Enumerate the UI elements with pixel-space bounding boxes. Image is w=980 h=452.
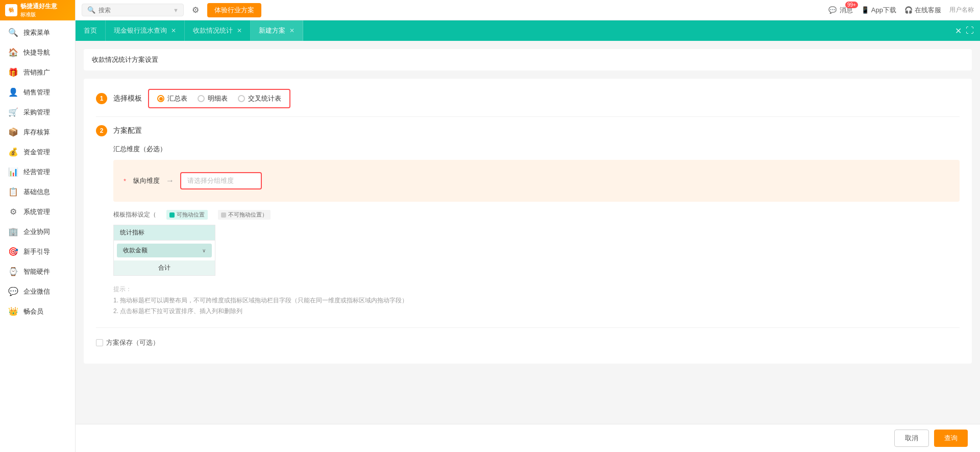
topbar: 🔍 ▼ ⚙ 体验行业方案 💬 消息 99+ 📱 App下载 🎧 在线客服 用户名…	[76, 0, 980, 20]
sidebar-item-label: 销售管理	[23, 88, 50, 97]
sidebar-item-label: 企业微信	[23, 287, 50, 296]
query-button[interactable]: 查询	[934, 430, 968, 447]
tab-receipt-stats[interactable]: 收款情况统计 ✕	[185, 20, 251, 41]
radio-summary-label: 汇总表	[167, 94, 187, 103]
radio-summary-circle	[157, 95, 164, 102]
main-content: 收款情况统计方案设置 1 选择模板 汇总表 明细表	[76, 41, 980, 452]
sidebar-item-label: 库存核算	[23, 128, 50, 137]
stats-header: 统计指标	[114, 225, 215, 241]
sidebar-item-label: 搜索菜单	[23, 28, 50, 37]
download-item[interactable]: 📱 App下载	[861, 6, 896, 15]
stats-section-label: 统计指标	[120, 228, 144, 237]
sidebar-item-newbie[interactable]: 🎯 新手引导	[0, 242, 75, 261]
sidebar-item-label: 营销推广	[23, 68, 50, 77]
download-icon: 📱	[861, 6, 869, 14]
sortable-tag: 可拖动位置	[166, 210, 208, 220]
sidebar-item-finance[interactable]: 💰 资金管理	[0, 142, 75, 162]
tab-close-icon[interactable]: ✕	[171, 27, 176, 34]
user-icon: 👤	[8, 87, 18, 97]
sidebar-item-wechat[interactable]: 💬 企业微信	[0, 281, 75, 301]
dim-selector[interactable]: 请选择分组维度	[180, 172, 262, 189]
notsortable-dot	[221, 212, 226, 218]
stats-table: 统计指标 收款金额 ∨ 合计	[113, 225, 215, 276]
notsortable-tag: 不可拖动位置）	[218, 210, 271, 220]
cart-icon: 🛒	[8, 107, 18, 117]
step2-number: 2	[96, 125, 107, 136]
page-header: 收款情况统计方案设置	[84, 49, 972, 70]
sidebar-item-inventory[interactable]: 📦 库存核算	[0, 122, 75, 142]
sidebar-item-sales[interactable]: 👤 销售管理	[0, 82, 75, 102]
template-options-box: 汇总表 明细表 交叉统计表	[148, 89, 290, 108]
app-logo: 畅	[5, 4, 17, 16]
radio-detail[interactable]: 明细表	[198, 94, 228, 103]
save-option-label: 方案保存（可选）	[106, 338, 159, 347]
chat-icon: 💬	[8, 287, 18, 296]
sidebar-item-operation[interactable]: 📊 经营管理	[0, 162, 75, 182]
divider2	[96, 327, 960, 328]
tab-close-icon[interactable]: ✕	[289, 27, 295, 34]
sidebar-item-search[interactable]: 🔍 搜索菜单	[0, 22, 75, 42]
sidebar-item-marketing[interactable]: 🎁 营销推广	[0, 62, 75, 82]
message-count: 99+	[845, 2, 858, 8]
search-input[interactable]	[99, 7, 170, 14]
sidebar-item-system[interactable]: ⚙ 系统管理	[0, 202, 75, 222]
dropdown-icon[interactable]: ∨	[202, 248, 206, 253]
sidebar-item-label: 资金管理	[23, 148, 50, 157]
sidebar-item-member[interactable]: 👑 畅会员	[0, 301, 75, 321]
radio-detail-circle	[198, 95, 205, 102]
indicator-header: 模板指标设定（ 可拖动位置 不可拖动位置）	[113, 210, 960, 220]
chart-icon: 📊	[8, 167, 18, 177]
sidebar-item-enterprise-coop[interactable]: 🏢 企业协同	[0, 222, 75, 242]
dim-placeholder: 请选择分组维度	[187, 177, 234, 184]
download-label: App下载	[871, 6, 896, 15]
service-label: 在线客服	[915, 6, 941, 15]
tab-close-icon[interactable]: ✕	[237, 27, 242, 34]
message-badge[interactable]: 💬 消息 99+	[828, 6, 853, 15]
service-icon: 🎧	[904, 6, 913, 14]
tab-home[interactable]: 首页	[76, 20, 106, 41]
step1-row: 1 选择模板 汇总表 明细表 交叉统计表	[96, 89, 960, 108]
sidebar-item-basic-info[interactable]: 📋 基础信息	[0, 182, 75, 202]
tab-new-plan[interactable]: 新建方案 ✕	[251, 20, 303, 41]
stats-item[interactable]: 收款金额 ∨	[117, 244, 212, 257]
radio-detail-label: 明细表	[208, 94, 228, 103]
search-box[interactable]: 🔍 ▼	[82, 4, 184, 16]
radio-summary[interactable]: 汇总表	[157, 94, 187, 103]
tabbar-actions: ✕ ⛶	[949, 20, 980, 41]
settings-icon[interactable]: ⚙	[192, 5, 199, 15]
cancel-button[interactable]: 取消	[894, 430, 929, 447]
sidebar-item-purchase[interactable]: 🛒 采购管理	[0, 102, 75, 122]
service-item[interactable]: 🎧 在线客服	[904, 6, 941, 15]
tab-label: 现金银行流水查询	[114, 26, 167, 35]
watch-icon: ⌚	[8, 267, 18, 276]
crown-icon: 👑	[8, 306, 18, 316]
sidebar-item-smart-hw[interactable]: ⌚ 智能硬件	[0, 261, 75, 281]
sidebar-item-label: 智能硬件	[23, 267, 50, 276]
message-icon: 💬	[828, 6, 837, 14]
stats-row-label: 合计	[158, 264, 170, 271]
sidebar-item-quick-nav[interactable]: 🏠 快捷导航	[0, 42, 75, 62]
tip2: 2. 点击标题栏下拉可设置排序、插入列和删除列	[113, 306, 960, 317]
building-icon: 🏢	[8, 227, 18, 236]
indicator-title-text: 模板指标设定（	[113, 210, 156, 219]
tip1: 1. 拖动标题栏可以调整布局，不可跨维度或指标区域拖动栏目字段（只能在同一维度或…	[113, 295, 960, 306]
dimension-area: * 纵向维度 → 请选择分组维度	[113, 160, 960, 202]
app-edition: 标准版	[20, 11, 57, 18]
trial-button[interactable]: 体验行业方案	[207, 3, 261, 17]
target-icon: 🎯	[8, 247, 18, 256]
money-icon: 💰	[8, 147, 18, 157]
save-option-row[interactable]: 方案保存（可选）	[96, 332, 960, 353]
maximize-icon[interactable]: ⛶	[966, 26, 974, 35]
tabbar: 首页 现金银行流水查询 ✕ 收款情况统计 ✕ 新建方案 ✕ ✕ ⛶	[76, 20, 980, 41]
close-window-icon[interactable]: ✕	[955, 26, 962, 36]
sortable-label: 可拖动位置	[177, 211, 205, 219]
save-checkbox[interactable]	[96, 339, 103, 346]
page-title: 收款情况统计方案设置	[92, 56, 158, 63]
tips-section: 提示： 1. 拖动标题栏可以调整布局，不可跨维度或指标区域拖动栏目字段（只能在同…	[113, 284, 960, 317]
stats-total-row: 合计	[114, 260, 215, 275]
search-icon: 🔍	[8, 28, 18, 37]
sidebar-item-label: 畅会员	[23, 307, 43, 316]
tab-bank-flow[interactable]: 现金银行流水查询 ✕	[106, 20, 185, 41]
radio-cross[interactable]: 交叉统计表	[238, 94, 281, 103]
box-icon: 📦	[8, 127, 18, 137]
